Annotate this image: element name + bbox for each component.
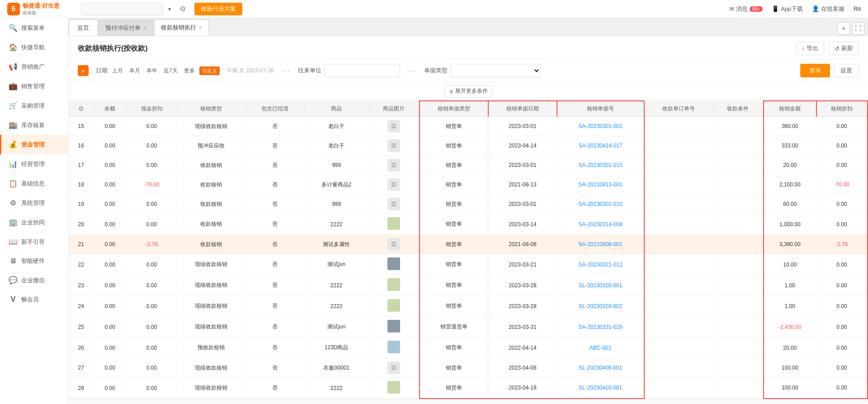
tab-expand-btn[interactable]: ⛶ — [852, 22, 864, 35]
sidebar-item-system[interactable]: ⚙ 系统管理 — [0, 193, 68, 213]
top-search-input[interactable] — [81, 3, 163, 15]
cell-cash-discount: 0.00 — [127, 195, 177, 214]
cell-product: 2222 — [304, 275, 368, 296]
cell-product-image — [368, 254, 420, 275]
counterpart-input[interactable] — [324, 64, 400, 77]
query-button[interactable]: 查询 — [800, 64, 830, 77]
sidebar-item-finance[interactable]: 💰 资金管理 — [0, 135, 68, 154]
gear-icon[interactable]: ⚙ — [78, 105, 84, 112]
cell-product: 测试多属性 — [304, 235, 368, 254]
filter-action-btns: 查询 设置 — [800, 64, 859, 77]
sidebar-item-guide[interactable]: 📖 新手引导 — [0, 232, 68, 252]
cell-verify-type: 收款核销 — [177, 175, 245, 195]
table-row: 19 0.00 0.00 收款核销 否 999 🖼 销货单 2023-03-01… — [69, 195, 868, 214]
cell-bill-type: 销货退货单 — [420, 317, 488, 337]
page-content: 收款核销执行(按收款) ↑ 导出 ↺ 刷新 » — [69, 36, 868, 404]
cell-id: 16 — [69, 136, 94, 156]
cell-order-no — [644, 235, 712, 254]
bill-no-link[interactable]: SA-20230301-010 — [578, 201, 622, 207]
sidebar-item-hardware[interactable]: 🖥 智能硬件 — [0, 252, 68, 271]
cell-cash-discount: 0.00 — [127, 214, 177, 235]
bill-no-link[interactable]: SA-20230301-010 — [578, 162, 622, 168]
date-option-more[interactable]: 更多 — [182, 66, 197, 76]
enterprise-icon: 🏢 — [9, 218, 18, 227]
tab-collection[interactable]: 收款核销执行 × — [154, 19, 209, 36]
setting-button[interactable]: 设置 — [834, 64, 859, 77]
date-option-7days[interactable]: 近7天 — [162, 66, 179, 76]
refresh-icon: ↺ — [835, 45, 840, 52]
solution-button[interactable]: 体验行业方案 — [194, 3, 242, 15]
sidebar-item-enterprise[interactable]: 🏢 企业协同 — [0, 213, 68, 232]
date-option-custom[interactable]: 自定义 — [199, 67, 220, 75]
cell-product-image — [368, 337, 420, 358]
refresh-button[interactable]: ↺ 刷新 — [829, 42, 859, 55]
tab-prepay-close[interactable]: × — [143, 25, 146, 31]
date-option-this-year[interactable]: 本年 — [145, 66, 159, 76]
filter-expand-btn[interactable]: » — [78, 65, 89, 76]
bill-no-link[interactable]: SL-20230418-001 — [579, 385, 622, 391]
th-verify-bill-type: 核销单据类型 — [420, 101, 488, 117]
sidebar-item-basic-info[interactable]: 📋 基础信息 — [0, 174, 68, 193]
bill-no-link[interactable]: SA-20230414-017 — [578, 143, 622, 149]
cell-bill-no: SA-20230301-001 — [557, 117, 644, 136]
bill-no-link[interactable]: SA-20210813-001 — [578, 181, 622, 188]
cell-verify-type: 现续收款核销 — [177, 275, 245, 296]
cell-included: 否 — [245, 136, 304, 156]
tab-prepay[interactable]: 预付冲应付单 × — [99, 19, 153, 36]
sidebar-label-guide: 新手引导 — [21, 238, 45, 246]
counterpart-label: 往来单位 — [298, 67, 321, 75]
sidebar-item-wechat[interactable]: 💬 企业微信 — [0, 271, 68, 290]
cell-order-no — [644, 378, 712, 399]
sidebar-item-quick-nav[interactable]: 🏠 快捷导航 — [0, 38, 68, 57]
export-button[interactable]: ↑ 导出 — [796, 42, 825, 55]
cell-verify-type: 预冲应应收 — [177, 136, 245, 156]
sidebar-item-inventory[interactable]: 🏬 库存核算 — [0, 115, 68, 135]
tab-collection-close[interactable]: × — [199, 24, 202, 31]
bill-no-link[interactable]: SA-20230331-026 — [578, 324, 622, 330]
sidebar-item-search[interactable]: 🔍 搜索菜单 — [0, 18, 68, 38]
message-btn[interactable]: ✉ 消息 99+ — [729, 5, 763, 13]
cell-bill-date: 2023-03-01 — [488, 156, 557, 175]
settings-gear-icon[interactable]: ⚙ — [176, 3, 189, 15]
bill-no-link[interactable]: SL-20230328-002 — [579, 303, 622, 309]
sales-icon: 💼 — [9, 82, 18, 90]
filter-single-type-group: 单据类型 — [424, 64, 541, 77]
bill-no-link[interactable]: SA-20230321-012 — [578, 261, 622, 268]
date-option-this-month[interactable]: 本月 — [127, 66, 142, 76]
cell-id: 15 — [69, 117, 94, 136]
sidebar-item-purchase[interactable]: 🛒 采购管理 — [0, 96, 68, 115]
cell-product: 测试jun — [304, 317, 368, 337]
cell-balance: 0.00 — [94, 254, 127, 275]
bill-no-link[interactable]: SA-20230314-008 — [578, 221, 622, 228]
bill-no-link[interactable]: SA-20230301-001 — [578, 123, 622, 129]
sidebar: 🔍 搜索菜单 🏠 快捷导航 📢 营销推广 💼 销售管理 🛒 采购管理 🏬 库存核… — [0, 18, 69, 404]
th-gear[interactable]: ⚙ — [69, 101, 94, 117]
hardware-icon: 🖥 — [9, 257, 18, 265]
app-download-btn[interactable]: 📱 App下载 — [772, 5, 803, 13]
product-image: 🖼 — [387, 178, 400, 191]
single-type-select[interactable] — [450, 64, 541, 77]
th-product-image: 商品图片 — [368, 101, 420, 117]
cell-discount: 0.00 — [816, 337, 868, 358]
user-name[interactable]: Rit — [854, 5, 861, 12]
sidebar-item-sales[interactable]: 💼 销售管理 — [0, 76, 68, 96]
sidebar-item-member[interactable]: V 畅会员 — [0, 290, 68, 309]
expand-more-button[interactable]: ∨ 展开更多条件 — [444, 85, 493, 97]
search-dropdown-btn[interactable]: ▾ — [168, 6, 171, 12]
table-header-row: ⚙ 余额 现金折扣 核销类型 包含已结清 商品 商品图片 核销单据类型 核销单据… — [69, 101, 868, 117]
bill-no-link[interactable]: SL-20230408-001 — [579, 365, 622, 371]
cell-product: 衣服00001 — [304, 358, 368, 378]
tab-home[interactable]: 首页 — [69, 19, 98, 36]
cell-included: 否 — [245, 156, 304, 175]
online-service-btn[interactable]: 👤 在线客服 — [812, 5, 844, 13]
sidebar-item-business[interactable]: 📊 经营管理 — [0, 154, 68, 174]
bill-no-link[interactable]: SL-20230328-001 — [579, 282, 622, 289]
bill-no-link[interactable]: SA-20210808-001 — [578, 241, 622, 247]
cell-balance: 0.00 — [94, 156, 127, 175]
date-option-last-month[interactable]: 上月 — [110, 66, 125, 76]
sidebar-item-marketing[interactable]: 📢 营销推广 — [0, 57, 68, 76]
bill-no-link[interactable]: ABC-001 — [590, 345, 612, 351]
tab-close-btn[interactable]: × — [837, 22, 850, 35]
cell-discount: 0.00 — [816, 195, 868, 214]
product-image: 🖼 — [387, 139, 400, 152]
